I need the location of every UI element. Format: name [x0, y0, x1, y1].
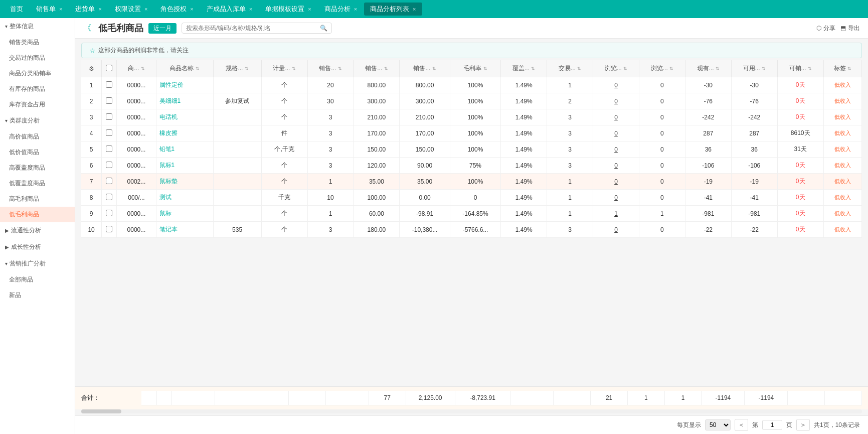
sidebar-collapse-button[interactable]: 《 — [83, 23, 91, 34]
th-sales-profit[interactable]: 销售... ⇅ — [400, 60, 450, 77]
sidebar-section-flow[interactable]: ▶ 流通性分析 — [0, 222, 75, 239]
th-transactions[interactable]: 交易... ⇅ — [547, 60, 593, 77]
nav-product-analysis-list-close[interactable]: × — [413, 6, 416, 12]
row-name[interactable]: 铅笔1 — [156, 141, 213, 158]
row-checkbox[interactable] — [102, 190, 117, 206]
prev-page-button[interactable]: ＜ — [735, 419, 748, 431]
nav-templates[interactable]: 单据模板设置 × — [259, 3, 317, 16]
row-name[interactable]: 属性定价 — [156, 77, 213, 93]
sidebar-item-all-products[interactable]: 全部商品 — [0, 272, 75, 287]
sidebar-item-low-coverage[interactable]: 低覆盖度商品 — [0, 176, 75, 191]
share-button[interactable]: ⬡ 分享 — [816, 24, 835, 33]
row-views1[interactable]: 0 — [593, 125, 639, 141]
row-name[interactable]: 鼠标 — [156, 206, 213, 222]
th-coverage[interactable]: 覆盖... ⇅ — [501, 60, 547, 77]
row-code: 0002... — [117, 174, 156, 190]
nav-purchase[interactable]: 进货单 × — [69, 3, 107, 16]
page-number-input[interactable] — [762, 420, 782, 430]
nav-product-analysis-list[interactable]: 商品分析列表 × — [364, 3, 422, 16]
sidebar-item-high-margin[interactable]: 高毛利商品 — [0, 191, 75, 207]
nav-products-in-close[interactable]: × — [249, 6, 252, 12]
sidebar-item-stock-funds[interactable]: 库存资金占用 — [0, 97, 75, 112]
row-checkbox[interactable] — [102, 222, 117, 238]
nav-roles[interactable]: 角色授权 × — [154, 3, 199, 16]
nav-purchase-close[interactable]: × — [98, 6, 101, 12]
export-icon: ⬒ — [840, 25, 846, 32]
th-gross-margin[interactable]: 毛利率 ⇅ — [450, 60, 500, 77]
nav-products-in[interactable]: 产成品入库单 × — [201, 3, 258, 16]
th-available[interactable]: 可用... ⇅ — [731, 60, 777, 77]
th-unit[interactable]: 计量... ⇅ — [261, 60, 307, 77]
th-sales-amount[interactable]: 销售... ⇅ — [354, 60, 400, 77]
row-checkbox[interactable] — [102, 158, 117, 174]
row-views1[interactable]: 0 — [593, 77, 639, 93]
row-checkbox[interactable] — [102, 93, 117, 109]
date-tag[interactable]: 近一月 — [148, 23, 177, 34]
row-checkbox[interactable] — [102, 174, 117, 190]
sidebar-section-overall[interactable]: ▾ 整体信息 — [0, 18, 75, 35]
th-views1[interactable]: 浏览... ⇅ — [593, 60, 639, 77]
sidebar-item-low-value[interactable]: 低价值商品 — [0, 144, 75, 160]
sidebar-item-high-coverage[interactable]: 高覆盖度商品 — [0, 160, 75, 176]
row-name[interactable]: 测试 — [156, 190, 213, 206]
sidebar-section-cluster[interactable]: ▾ 类群度分析 — [0, 112, 75, 129]
row-views1[interactable]: 0 — [593, 109, 639, 125]
nav-home[interactable]: 首页 — [4, 3, 29, 16]
row-name[interactable]: 橡皮擦 — [156, 125, 213, 141]
row-checkbox[interactable] — [102, 206, 117, 222]
th-checkbox[interactable] — [102, 60, 117, 77]
row-views1[interactable]: 0 — [593, 190, 639, 206]
row-name[interactable]: 鼠标垫 — [156, 174, 213, 190]
nav-permissions[interactable]: 权限设置 × — [109, 3, 153, 16]
sidebar-item-category-rate[interactable]: 商品分类助销率 — [0, 66, 75, 81]
nav-product-analysis[interactable]: 商品分析 × — [318, 3, 363, 16]
sidebar-item-sales-products[interactable]: 销售类商品 — [0, 35, 75, 50]
sidebar-section-growth[interactable]: ▶ 成长性分析 — [0, 239, 75, 255]
nav-permissions-close[interactable]: × — [144, 6, 147, 12]
row-name[interactable]: 鼠标1 — [156, 158, 213, 174]
nav-roles-close[interactable]: × — [190, 6, 193, 12]
nav-product-analysis-close[interactable]: × — [354, 6, 357, 12]
row-views1[interactable]: 0 — [593, 222, 639, 238]
row-checkbox[interactable] — [102, 125, 117, 141]
search-icon[interactable]: 🔍 — [320, 25, 327, 32]
row-checkbox[interactable] — [102, 109, 117, 125]
sidebar-section-marketing[interactable]: ▾ 营销推广分析 — [0, 255, 75, 272]
scrollbar-thumb[interactable] — [81, 409, 121, 413]
th-current-stock[interactable]: 现有... ⇅ — [685, 60, 731, 77]
select-all-checkbox[interactable] — [106, 65, 112, 71]
th-views2[interactable]: 浏览... ⇅ — [639, 60, 685, 77]
sidebar-item-stocked[interactable]: 有库存的商品 — [0, 81, 75, 97]
scrollbar-track[interactable] — [81, 409, 862, 413]
row-gross-margin: -5766.6... — [450, 222, 500, 238]
th-spec[interactable]: 规格... ⇅ — [213, 60, 261, 77]
th-tag[interactable]: 标签 ⇅ — [823, 60, 861, 77]
row-checkbox[interactable] — [102, 141, 117, 158]
th-settings[interactable]: ⚙ — [81, 60, 102, 77]
th-sellable[interactable]: 可销... ⇅ — [777, 60, 823, 77]
nav-templates-close[interactable]: × — [308, 6, 311, 12]
nav-sales[interactable]: 销售单 × — [30, 3, 68, 16]
row-name[interactable]: 吴细细1 — [156, 93, 213, 109]
per-page-select[interactable]: 50 100 200 — [705, 419, 731, 430]
sidebar-item-high-value[interactable]: 高价值商品 — [0, 129, 75, 144]
th-name[interactable]: 商品名称 ⇅ — [156, 60, 213, 77]
sidebar-item-low-margin[interactable]: 低毛利商品 — [0, 207, 75, 222]
export-button[interactable]: ⬒ 导出 — [840, 24, 860, 33]
row-views1[interactable]: 0 — [593, 174, 639, 190]
row-name[interactable]: 笔记本 — [156, 222, 213, 238]
nav-sales-close[interactable]: × — [59, 6, 62, 12]
row-views1[interactable]: 0 — [593, 93, 639, 109]
row-views1[interactable]: 0 — [593, 158, 639, 174]
th-sales-qty[interactable]: 销售... ⇅ — [307, 60, 354, 77]
search-input[interactable] — [186, 25, 320, 32]
row-views1[interactable]: 1 — [593, 206, 639, 222]
row-checkbox[interactable] — [102, 77, 117, 93]
row-views1[interactable]: 0 — [593, 141, 639, 158]
th-code[interactable]: 商... ⇅ — [117, 60, 156, 77]
row-unit: 个,千克 — [261, 141, 307, 158]
next-page-button[interactable]: ＞ — [796, 419, 810, 431]
sidebar-item-new-products[interactable]: 新品 — [0, 287, 75, 303]
row-name[interactable]: 电话机 — [156, 109, 213, 125]
sidebar-item-traded-products[interactable]: 交易过的商品 — [0, 50, 75, 66]
